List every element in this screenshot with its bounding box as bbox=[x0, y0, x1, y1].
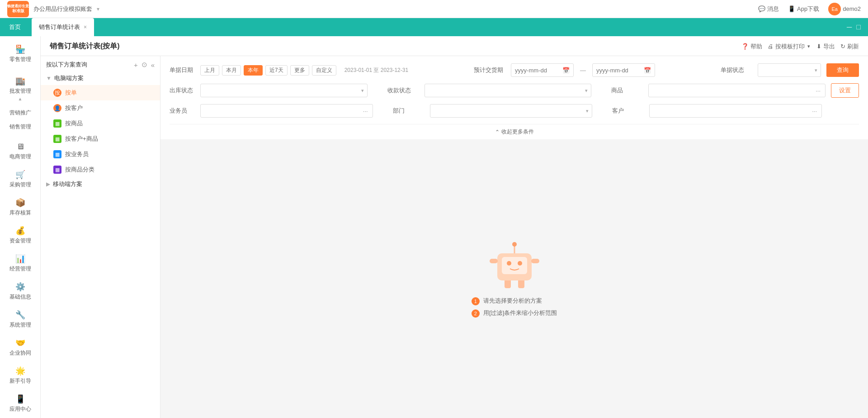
collapse-bar[interactable]: ⌃ 收起更多条件 bbox=[170, 124, 859, 139]
scheme-customer-label: 按客户 bbox=[65, 104, 83, 112]
content-area: 销售订单统计表(按单) ❓ 帮助 🖨 按模板打印 ▾ ⬇ 导出 ↻ 刷新 bbox=[41, 36, 868, 418]
sidebar-item-cooperation[interactable]: 🤝 企业协同 bbox=[0, 333, 40, 361]
filter-box: 单据日期 上月 本月 本年 近7天 更多 自定义 2023-01-01 至 20… bbox=[160, 56, 868, 139]
tab-close-icon[interactable]: × bbox=[84, 24, 87, 30]
tab-home[interactable]: 首页 bbox=[0, 18, 30, 36]
sidebar-item-basic[interactable]: ⚙️ 基础信息 bbox=[0, 277, 40, 305]
scheme-item-by-salesperson[interactable]: ▦ 按业务员 bbox=[41, 147, 160, 162]
minimize-button[interactable]: ─ bbox=[847, 23, 852, 31]
scheme-item-by-goods-cat[interactable]: ▦ 按商品分类 bbox=[41, 162, 160, 177]
pc-scheme-header[interactable]: ▼ 电脑端方案 bbox=[41, 71, 160, 85]
scheme-item-by-customer[interactable]: 👤 按客户 bbox=[41, 100, 160, 116]
department-label: 部门 bbox=[393, 107, 425, 115]
app-download-button[interactable]: 📱 App下载 bbox=[788, 5, 819, 13]
app-download-label: App下载 bbox=[797, 5, 819, 13]
user-profile[interactable]: Ea demo2 bbox=[828, 3, 861, 15]
goods-input-wrap[interactable]: ··· bbox=[648, 84, 826, 97]
date-btn-thisyear[interactable]: 本年 bbox=[244, 65, 263, 76]
export-icon: ⬇ bbox=[816, 43, 821, 50]
pc-scheme-expand-icon: ▼ bbox=[46, 75, 52, 81]
tab-sales-stat[interactable]: 销售订单统计表 × bbox=[32, 18, 94, 36]
scheme-item-by-customer-goods[interactable]: ▦ 按客户+商品 bbox=[41, 131, 160, 147]
newbie-icon: 🌟 bbox=[15, 366, 25, 376]
sidebar-item-sales-mgmt[interactable]: 销售管理 bbox=[8, 120, 33, 134]
sidebar-item-inventory[interactable]: 📦 库存核算 bbox=[0, 193, 40, 221]
filter-row-3: 业务员 ··· 部门 ▾ 客户 bbox=[170, 104, 859, 118]
delivery-from-input[interactable] bbox=[515, 67, 561, 74]
customer-input-wrap[interactable]: ··· bbox=[649, 104, 822, 118]
top-bar: 畅捷通好生意 标准版 办公用品行业模拟账套 ▾ 💬 消息 📱 App下载 Ea … bbox=[0, 0, 868, 18]
refresh-button[interactable]: ↻ 刷新 bbox=[840, 43, 859, 51]
sidebar-item-wholesale[interactable]: 🏬 批发管理 ▲ bbox=[0, 71, 40, 106]
sidebar-item-marketing[interactable]: 营销推广 bbox=[8, 106, 33, 120]
app-dropdown-icon[interactable]: ▾ bbox=[97, 6, 99, 12]
delivery-status-select[interactable] bbox=[200, 84, 368, 97]
sidebar-item-system[interactable]: 🔧 系统管理 bbox=[0, 305, 40, 333]
sidebar-cooperation-label: 企业协同 bbox=[9, 349, 31, 357]
scheme-item-by-order[interactable]: 按 按单 bbox=[41, 85, 160, 100]
bill-status-select-wrap: ▾ bbox=[758, 63, 821, 77]
sidebar-item-finance[interactable]: 💰 资金管理 bbox=[0, 221, 40, 249]
export-button[interactable]: ⬇ 导出 bbox=[816, 43, 835, 51]
delivery-date-to[interactable]: 📅 bbox=[592, 63, 655, 77]
help-button[interactable]: ❓ 帮助 bbox=[741, 43, 762, 51]
delivery-status-label: 出库状态 bbox=[170, 86, 195, 95]
customer-label: 客户 bbox=[612, 107, 644, 115]
bill-status-select[interactable] bbox=[758, 63, 821, 77]
delivery-date-from[interactable]: 📅 bbox=[511, 63, 574, 77]
add-scheme-button[interactable]: + bbox=[134, 61, 138, 69]
inventory-icon: 📦 bbox=[15, 198, 25, 208]
svg-point-6 bbox=[507, 261, 511, 266]
mobile-scheme-header[interactable]: ▶ 移动端方案 bbox=[41, 177, 160, 191]
message-button[interactable]: 💬 消息 bbox=[758, 5, 779, 13]
setting-button[interactable]: 设置 bbox=[831, 83, 859, 98]
sidebar-newbie-label: 新手引导 bbox=[9, 377, 31, 385]
customer-ellipsis-btn[interactable]: ··· bbox=[812, 108, 817, 114]
date-btn-7days[interactable]: 近7天 bbox=[265, 65, 288, 76]
empty-state: 1 请先选择要分析的方案 2 用[过滤]条件来缩小分析范围 bbox=[160, 139, 868, 418]
sidebar-item-app-center[interactable]: 📱 应用中心 bbox=[0, 390, 40, 418]
salesperson-input-wrap[interactable]: ··· bbox=[200, 104, 373, 118]
receipt-status-label: 收款状态 bbox=[387, 86, 419, 95]
calendar-from-icon: 📅 bbox=[562, 67, 570, 74]
delivery-to-input[interactable] bbox=[596, 67, 642, 74]
page-title: 销售订单统计表(按单) bbox=[50, 42, 120, 56]
department-wrap: ▾ bbox=[430, 104, 593, 118]
delivery-status-wrap: ▾ bbox=[200, 84, 368, 97]
date-btn-more[interactable]: 更多 bbox=[290, 65, 309, 76]
sidebar-inventory-label: 库存核算 bbox=[9, 209, 31, 217]
sidebar-item-ecommerce[interactable]: 🖥 电商管理 bbox=[0, 138, 40, 165]
sidebar-item-purchase[interactable]: 🛒 采购管理 bbox=[0, 165, 40, 193]
receipt-status-select[interactable] bbox=[425, 84, 592, 97]
query-button[interactable]: 查询 bbox=[826, 63, 859, 77]
sidebar-item-retail[interactable]: 🏪 零售管理 bbox=[0, 40, 40, 68]
salesperson-ellipsis-btn[interactable]: ··· bbox=[363, 108, 368, 114]
date-btn-lastmonth[interactable]: 上月 bbox=[200, 65, 219, 76]
maximize-button[interactable]: □ bbox=[856, 23, 861, 31]
sidebar-item-newbie[interactable]: 🌟 新手引导 bbox=[0, 361, 40, 390]
mobile-scheme-expand-icon: ▶ bbox=[46, 181, 50, 187]
sidebar-item-operation[interactable]: 📊 经营管理 bbox=[0, 249, 40, 277]
goods-ellipsis-btn[interactable]: ··· bbox=[816, 87, 821, 94]
filter-row-2: 出库状态 ▾ 收款状态 bbox=[170, 83, 859, 98]
right-panel: 单据日期 上月 本月 本年 近7天 更多 自定义 2023-01-01 至 20… bbox=[160, 56, 868, 418]
date-range-text: 2023-01-01 至 2023-12-31 bbox=[344, 66, 408, 74]
print-icon: 🖨 bbox=[768, 43, 774, 50]
date-btn-custom[interactable]: 自定义 bbox=[312, 65, 336, 76]
department-select[interactable] bbox=[430, 104, 593, 118]
empty-illustration bbox=[487, 240, 542, 290]
sidebar-finance-label: 资金管理 bbox=[9, 237, 31, 245]
settings-scheme-button[interactable]: ⊙ bbox=[142, 61, 147, 69]
scheme-item-by-goods[interactable]: ▦ 按商品 bbox=[41, 116, 160, 131]
date-btn-thismonth[interactable]: 本月 bbox=[222, 65, 241, 76]
avatar: Ea bbox=[828, 3, 841, 15]
print-dropdown-icon[interactable]: ▾ bbox=[807, 43, 811, 49]
collapse-icon: ⌃ bbox=[495, 129, 500, 135]
help-label: 帮助 bbox=[750, 43, 762, 51]
salesperson-label: 业务员 bbox=[170, 107, 195, 115]
collapse-panel-button[interactable]: « bbox=[151, 61, 155, 69]
empty-hint-2: 2 用[过滤]条件来缩小分析范围 bbox=[472, 309, 557, 318]
page-header: 销售订单统计表(按单) ❓ 帮助 🖨 按模板打印 ▾ ⬇ 导出 ↻ 刷新 bbox=[41, 36, 868, 56]
template-print-button[interactable]: 🖨 按模板打印 ▾ bbox=[768, 43, 811, 51]
empty-svg-illustration bbox=[487, 240, 542, 290]
